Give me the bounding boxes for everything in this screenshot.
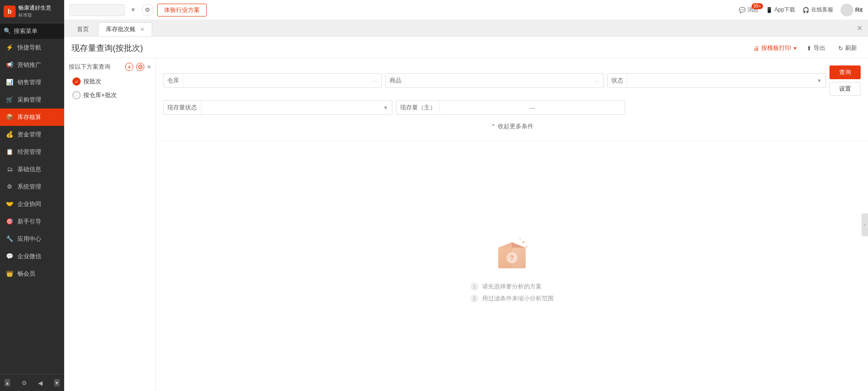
sidebar-item-finance[interactable]: 💰 资金管理	[0, 126, 64, 143]
sidebar-item-member[interactable]: 👑 畅会员	[0, 265, 64, 282]
print-button[interactable]: 🖨 按模板打印 ▼	[753, 44, 797, 52]
collapse-label: 收起更多条件	[498, 122, 533, 130]
scheme-item-batch[interactable]: ✓ 按批次	[69, 75, 151, 88]
customer-service-button[interactable]: 🎧 在线客服	[802, 6, 833, 14]
sidebar-search[interactable]: 🔍 搜索菜单	[0, 23, 64, 39]
nav-label-member: 畅会员	[17, 270, 35, 278]
collapse-button[interactable]: ⌃ 收起更多条件	[491, 119, 533, 133]
set-button[interactable]: 设置	[830, 82, 861, 96]
nav-icon-guide: 🎯	[5, 217, 14, 226]
nav-label-marketing: 营销推广	[17, 61, 41, 69]
nav-label-purchase: 采购管理	[17, 96, 41, 104]
nav-icon-corp: 🤝	[5, 200, 14, 208]
filter-row-1: 仓库 ··· 商品 ··· 状态 ▼	[163, 65, 861, 96]
sidebar-footer: ▲ ⚙ ◀ ▼	[0, 374, 64, 391]
status-label: 状态	[608, 74, 627, 87]
search-icon: 🔍	[4, 27, 11, 34]
warehouse-input[interactable]	[183, 74, 369, 87]
body-area: 按以下方案查询 + ⚙ « ✓ 按批次 ○ 按仓库+批次	[64, 58, 868, 391]
topbar: ▼ ⚙ 体验行业方案 💬 消息 99+ 📱 App下载 🎧 在线客服 Rit	[64, 0, 868, 20]
export-button[interactable]: ⬆ 导出	[803, 42, 829, 54]
printer-icon: 🖨	[753, 45, 759, 52]
scheme-settings-icon[interactable]: ⚙	[136, 63, 144, 71]
topbar-dropdown-arrow[interactable]: ▼	[128, 6, 138, 13]
scheme-batch-label: 按批次	[83, 77, 101, 86]
stock-qty-max-input[interactable]	[539, 101, 625, 114]
sidebar-item-inventory[interactable]: 📦 库存核算	[0, 109, 64, 126]
sidebar-item-system[interactable]: ⚙ 系统管理	[0, 178, 64, 196]
filter-form: 仓库 ··· 商品 ··· 状态 ▼	[156, 58, 868, 141]
step-2-text: 用过滤条件来缩小分析范围	[482, 294, 554, 303]
svg-point-8	[519, 238, 521, 239]
status-dropdown[interactable]: ▼	[627, 74, 825, 87]
message-button[interactable]: 💬 消息 99+	[739, 6, 758, 14]
topbar-search-input[interactable]	[70, 4, 125, 16]
right-collapse-handle[interactable]: ›	[862, 213, 868, 236]
empty-step-1: 1 请先选择要分析的方案	[470, 282, 554, 291]
sidebar-item-guide[interactable]: 🎯 新手引导	[0, 213, 64, 230]
nav-label-corp: 企业协同	[17, 200, 41, 208]
nav-label-inventory: 库存核算	[17, 113, 41, 121]
scheme-inactive-icon: ○	[72, 91, 81, 99]
nav-label-ops: 经营管理	[17, 148, 41, 156]
empty-step-2: 2 用过滤条件来缩小分析范围	[470, 294, 554, 303]
tab-inventory-batch[interactable]: 库存批次账 ✕	[98, 22, 152, 36]
sidebar-item-wechat[interactable]: 💬 企业微信	[0, 248, 64, 265]
scroll-down-button[interactable]: ▼	[54, 379, 60, 386]
topbar-gear-button[interactable]: ⚙	[142, 4, 154, 16]
page-title: 现存量查询(按批次)	[71, 43, 143, 54]
sidebar-item-sales[interactable]: 📊 销售管理	[0, 74, 64, 91]
product-more-icon[interactable]: ···	[591, 77, 604, 84]
warehouse-more-icon[interactable]: ···	[369, 77, 381, 84]
user-menu[interactable]: Rit	[841, 4, 863, 16]
nav-icon-system: ⚙	[5, 183, 14, 191]
warehouse-label: 仓库	[164, 74, 183, 87]
left-panel-title: 按以下方案查询	[69, 63, 110, 71]
tab-home[interactable]: 首页	[70, 22, 96, 36]
left-panel: 按以下方案查询 + ⚙ « ✓ 按批次 ○ 按仓库+批次	[64, 58, 156, 391]
product-input[interactable]	[406, 74, 591, 87]
nav-icon-basic: 🗂	[5, 165, 14, 174]
sidebar-item-corp[interactable]: 🤝 企业协同	[0, 196, 64, 213]
collapse-row: ⌃ 收起更多条件	[163, 119, 861, 133]
tab-home-label: 首页	[77, 25, 89, 33]
experience-btn[interactable]: 体验行业方案	[157, 4, 207, 16]
close-all-icon[interactable]: ✕	[857, 24, 863, 33]
print-dropdown-icon[interactable]: ▼	[793, 46, 797, 51]
refresh-button[interactable]: ↻ 刷新	[835, 42, 861, 54]
settings-icon[interactable]: ⚙	[22, 380, 27, 386]
empty-state: ? 1 请先选择要分析的方案 2	[156, 141, 868, 391]
message-icon: 💬	[739, 7, 746, 13]
sidebar-item-purchase[interactable]: 🛒 采购管理	[0, 91, 64, 109]
tab-close-icon[interactable]: ✕	[140, 27, 144, 33]
empty-steps: 1 请先选择要分析的方案 2 用过滤条件来缩小分析范围	[470, 282, 554, 303]
refresh-icon: ↻	[838, 45, 843, 52]
nav-icon-ops: 📋	[5, 148, 14, 156]
sidebar-item-app-center[interactable]: 🔧 应用中心	[0, 230, 64, 248]
stock-qty-min-input[interactable]	[440, 101, 526, 114]
app-download-icon: 📱	[766, 7, 773, 13]
sidebar-item-ops[interactable]: 📋 经营管理	[0, 143, 64, 161]
add-scheme-icon[interactable]: +	[125, 63, 133, 71]
sidebar-item-marketing[interactable]: 📢 营销推广	[0, 56, 64, 74]
nav-icon-finance: 💰	[5, 130, 14, 139]
collapse-sidebar-icon[interactable]: ◀	[38, 380, 43, 386]
app-download-button[interactable]: 📱 App下载	[766, 6, 795, 14]
scroll-up-button[interactable]: ▲	[5, 379, 10, 386]
nav-icon-wechat: 💬	[5, 252, 14, 261]
app-download-label: App下载	[775, 6, 795, 14]
nav-label-system: 系统管理	[17, 183, 41, 191]
query-button[interactable]: 查询	[830, 65, 861, 79]
stock-status-dropdown[interactable]: ▼	[201, 101, 392, 114]
scheme-item-warehouse-batch[interactable]: ○ 按仓库+批次	[69, 88, 151, 102]
scheme-warehouse-batch-label: 按仓库+批次	[83, 91, 117, 99]
search-label: 搜索菜单	[14, 27, 38, 35]
sidebar-item-basic[interactable]: 🗂 基础信息	[0, 161, 64, 178]
sidebar-item-quick-nav[interactable]: ⚡ 快捷导航	[0, 39, 64, 56]
collapse-left-panel-icon[interactable]: «	[147, 63, 151, 71]
headset-icon: 🎧	[802, 7, 809, 13]
message-badge: 99+	[752, 3, 763, 9]
step-1-number: 1	[470, 282, 478, 291]
print-label: 按模板打印	[761, 44, 791, 52]
svg-point-7	[526, 246, 527, 248]
